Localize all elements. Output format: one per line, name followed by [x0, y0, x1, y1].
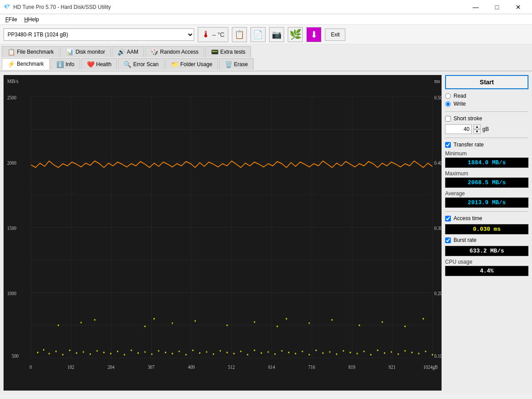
start-button[interactable]: Start	[445, 75, 528, 89]
temperature-display: 🌡 – °C	[198, 27, 228, 42]
svg-point-78	[267, 351, 269, 353]
svg-point-100	[418, 353, 419, 355]
spinbox-up[interactable]: ▲	[473, 124, 481, 129]
svg-point-102	[432, 354, 433, 356]
svg-point-65	[179, 351, 180, 352]
tab-random-access[interactable]: 🎲 Random Access	[145, 46, 204, 57]
copy-btn2[interactable]: 📄	[250, 27, 266, 42]
svg-point-62	[158, 350, 159, 352]
transfer-rate-checkbox[interactable]	[445, 142, 451, 148]
exit-button[interactable]: Exit	[325, 28, 345, 41]
spinbox-buttons: ▲ ▼	[473, 124, 481, 134]
svg-text:307: 307	[148, 364, 155, 370]
write-radio[interactable]	[445, 101, 451, 107]
tabs-container: 📋 File Benchmark 📊 Disk monitor 🔊 AAM 🎲 …	[0, 44, 532, 71]
svg-point-94	[377, 349, 378, 351]
tab-error-scan[interactable]: 🔍 Error Scan	[118, 58, 164, 70]
svg-text:512: 512	[228, 364, 235, 370]
svg-point-57	[124, 354, 125, 356]
svg-point-50	[76, 352, 77, 354]
read-radio-label[interactable]: Read	[445, 93, 528, 99]
svg-point-44	[37, 352, 39, 353]
extra-tests-icon: 📟	[211, 48, 219, 55]
minimize-button[interactable]: —	[466, 2, 486, 12]
svg-point-96	[391, 351, 392, 353]
tab-extra-tests[interactable]: 📟 Extra tests	[205, 46, 251, 57]
svg-point-67	[192, 349, 194, 351]
svg-point-105	[80, 322, 82, 324]
svg-point-85	[315, 349, 317, 351]
svg-text:409: 409	[188, 364, 195, 370]
maximize-button[interactable]: □	[487, 2, 507, 12]
right-panel: Start Read Write Short stroke ▲ ▼ gB	[443, 71, 532, 394]
read-radio[interactable]	[445, 93, 451, 99]
short-stroke-label: Short stroke	[454, 115, 482, 122]
svg-point-91	[356, 353, 358, 355]
tab-erase[interactable]: 🗑️ Erase	[219, 58, 254, 70]
svg-text:0.20: 0.20	[434, 291, 442, 296]
tab-disk-monitor[interactable]: 📊 Disk monitor	[60, 46, 111, 57]
tab-aam[interactable]: 🔊 AAM	[112, 46, 144, 57]
svg-point-48	[62, 354, 63, 356]
average-label: Average	[445, 190, 528, 197]
error-scan-icon: 🔍	[124, 61, 131, 68]
burst-rate-checkbox[interactable]	[445, 237, 451, 243]
tab-file-benchmark[interactable]: 📋 File Benchmark	[2, 46, 59, 57]
svg-point-88	[336, 353, 337, 355]
download-btn[interactable]: ⬇	[306, 27, 321, 42]
toolbar: PP3480-R 1TB (1024 gB) 🌡 – °C 📋 📄 📷 🌿 ⬇ …	[0, 25, 532, 44]
svg-text:0.40: 0.40	[434, 160, 442, 166]
svg-point-66	[185, 354, 187, 356]
svg-point-69	[206, 351, 207, 353]
short-stroke-checkbox[interactable]	[445, 116, 451, 122]
svg-point-84	[309, 354, 310, 356]
write-radio-label[interactable]: Write	[445, 101, 528, 107]
burst-rate-label: Burst rate	[454, 237, 477, 243]
svg-point-77	[261, 352, 262, 354]
burst-rate-block: 633.2 MB/s	[445, 246, 528, 256]
svg-point-103	[58, 324, 59, 326]
tab-info-label: Info	[66, 61, 74, 67]
tab-aam-label: AAM	[127, 49, 138, 55]
disk-monitor-icon: 📊	[66, 48, 74, 55]
menu-file[interactable]: FFile	[2, 16, 21, 24]
file-benchmark-icon: 📋	[8, 48, 15, 55]
svg-text:1500: 1500	[7, 225, 16, 231]
tab-health[interactable]: ❤️ Health	[81, 58, 117, 70]
tab-folder-usage[interactable]: 📁 Folder Usage	[165, 58, 218, 70]
svg-point-93	[370, 354, 372, 356]
transfer-rate-row: Transfer rate	[445, 142, 528, 148]
copy-btn1[interactable]: 📋	[232, 27, 247, 42]
svg-text:614: 614	[268, 364, 275, 370]
tab-benchmark[interactable]: ⚡ Benchmark	[2, 58, 50, 70]
access-time-value: 0.030 ms	[445, 224, 528, 234]
svg-point-71	[219, 350, 221, 352]
burst-rate-value: 633.2 MB/s	[445, 246, 528, 256]
disk-select[interactable]: PP3480-R 1TB (1024 gB)	[4, 28, 194, 41]
tab-info[interactable]: ℹ️ Info	[51, 58, 80, 70]
screenshot-btn[interactable]: 📷	[269, 27, 284, 42]
info-icon: ℹ️	[56, 61, 64, 68]
menu-help[interactable]: HHelp	[21, 16, 43, 24]
svg-point-117	[382, 321, 383, 323]
spinbox-unit: gB	[482, 126, 489, 132]
svg-point-107	[153, 318, 155, 320]
average-block: Average 2013.9 MB/s	[445, 190, 528, 208]
svg-point-61	[151, 353, 153, 355]
svg-point-53	[96, 350, 98, 352]
svg-text:MB/s: MB/s	[7, 78, 18, 84]
svg-point-106	[144, 326, 145, 328]
spinbox-input[interactable]	[445, 124, 472, 134]
spinbox-down[interactable]: ▼	[473, 129, 481, 134]
access-time-checkbox[interactable]	[445, 216, 451, 221]
benchmark-icon: ⚡	[8, 60, 15, 67]
thermometer-icon: 🌡	[202, 29, 211, 40]
maximum-label: Maximum	[445, 170, 528, 177]
svg-point-97	[398, 353, 399, 355]
maximum-block: Maximum 2068.5 MB/s	[445, 170, 528, 188]
folder-usage-icon: 📁	[171, 61, 179, 68]
export-btn[interactable]: 🌿	[288, 27, 303, 42]
close-button[interactable]: ✕	[508, 2, 528, 12]
svg-point-110	[227, 324, 228, 326]
cpu-usage-value: 4.4%	[445, 266, 528, 276]
